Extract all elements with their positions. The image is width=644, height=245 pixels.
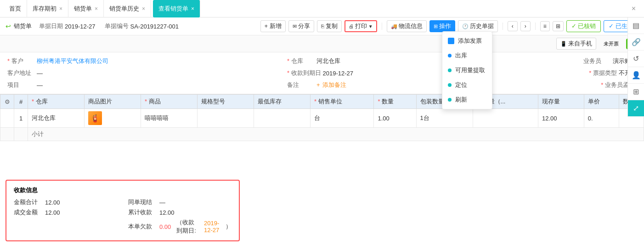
col-qty: 数量: [374, 95, 416, 109]
doc-meta: 单据日期 2019-12-27 单据编号 SA-20191227-001: [39, 22, 179, 30]
close-page-button[interactable]: ×: [627, 5, 640, 13]
right-sidebar: ▤ 🔗 ↺ 👤 ⊞ ⤢: [627, 17, 644, 117]
doc-date-item: 单据日期 2019-12-27: [39, 22, 96, 30]
close-sales-tab[interactable]: ×: [95, 6, 98, 12]
cumulative-value: 12.00: [159, 209, 175, 216]
prev-button[interactable]: ‹: [508, 21, 518, 31]
row-unit: 台: [311, 109, 374, 128]
subtotal-label: 小计: [28, 128, 644, 141]
yihexiao-button[interactable]: ✓ 已核销: [566, 20, 601, 32]
sidebar-icon-3[interactable]: ↺: [628, 51, 644, 67]
col-unit: 销售单位: [311, 95, 374, 109]
doc-date-value: 2019-12-27: [65, 23, 96, 30]
product-image: 🧯: [88, 111, 102, 125]
operation-dropdown: 添加发票 出库 可用量提取 定位 刷新: [442, 31, 492, 109]
logistics-button[interactable]: 🚚 物流信息: [387, 20, 427, 32]
history-button[interactable]: 🕐 历史单据: [458, 20, 498, 32]
close-inventory-tab[interactable]: ×: [59, 6, 62, 12]
staff-field: 业务员 演示账号: [497, 57, 637, 65]
plus-icon: +: [316, 81, 320, 88]
outbound-item[interactable]: 出库: [442, 48, 492, 63]
add-note-button[interactable]: + 添加备注: [316, 81, 346, 89]
doc-no-label: 单据编号: [105, 22, 129, 30]
close-sales-history-tab[interactable]: ×: [142, 6, 145, 12]
row-available: [473, 109, 538, 128]
col-no: #: [14, 95, 28, 109]
col-min-stock: 最低库存: [254, 95, 311, 109]
subtotal-row: 小计: [0, 128, 644, 141]
row-qty: 1.00: [374, 109, 416, 128]
row-warehouse: 河北仓库: [28, 109, 85, 128]
tab-home[interactable]: 首页: [4, 0, 27, 17]
col-warehouse: 仓库: [28, 95, 85, 109]
deal-value: 12.00: [45, 209, 60, 216]
address-field: 客户地址 —: [7, 69, 287, 77]
sidebar-icon-5[interactable]: ⊞: [628, 84, 644, 100]
col-unit-price: 单价: [584, 95, 619, 109]
operation-button[interactable]: ⊞ 操作: [429, 20, 455, 32]
doc-no-item: 单据编号 SA-20191227-001: [105, 22, 179, 30]
col-image: 商品图片: [85, 95, 141, 109]
refresh-icon: [448, 98, 452, 102]
available-qty-item[interactable]: 可用量提取: [442, 63, 492, 78]
customer-value[interactable]: 柳州粤港平安气体有限公司: [37, 57, 108, 65]
row-gear: [0, 109, 14, 128]
arrears-value: 0.00: [159, 223, 171, 230]
separator: [382, 23, 382, 30]
cumulative-label: 累计收款: [128, 208, 156, 217]
note-label: 备注: [287, 81, 315, 89]
refresh-item[interactable]: 刷新: [442, 92, 492, 107]
tab-view-sales[interactable]: 查看销货单 ×: [153, 0, 200, 17]
arrears-date: 2019-12-27: [204, 220, 222, 234]
deal-row: 成交金额 12.00: [14, 208, 117, 217]
project-field: 项目 —: [7, 81, 287, 89]
doc-icon: ↩: [6, 23, 11, 30]
arrears-end: ）: [226, 222, 232, 231]
next-button[interactable]: ›: [520, 21, 531, 31]
payment-date-label: 收款到期日: [287, 69, 321, 77]
print-button[interactable]: 🖨 打印 ▼: [345, 20, 377, 32]
gear-icon[interactable]: ⚙: [5, 98, 10, 105]
sidebar-icon-2[interactable]: 🔗: [628, 34, 644, 51]
tab-sales[interactable]: 销货单 ×: [68, 0, 104, 17]
ticket-label: 票据类型: [589, 69, 617, 77]
doc-header: ↩ 销货单 单据日期 2019-12-27 单据编号 SA-20191227-0…: [0, 17, 644, 35]
same-order-label: 同单现结: [128, 198, 156, 206]
tab-bar: 首页 库存期初 × 销货单 × 销货单历史 × 查看销货单 × ×: [0, 0, 644, 17]
outbound-icon: [448, 54, 452, 57]
subtotal-gear: [0, 128, 14, 141]
new-button[interactable]: + 新增: [260, 20, 286, 32]
share-button[interactable]: ✉ 分享: [288, 20, 314, 32]
salesperson-label: 业务员孟: [601, 81, 629, 89]
row-current-stock: 12.00: [538, 109, 584, 128]
total-label: 金额合计: [14, 198, 41, 206]
sidebar-icon-1[interactable]: ▤: [628, 17, 644, 34]
tab-inventory[interactable]: 库存期初 ×: [27, 0, 68, 17]
view2-button[interactable]: ⊞: [553, 21, 564, 31]
tab-sales-history[interactable]: 销货单历史 ×: [104, 0, 151, 17]
toolbar2: 📱 来自手机 未开票 E: [0, 35, 644, 52]
form-row-2: 客户地址 — 收款到期日 2019-12-27 票据类型 不开票: [7, 69, 637, 77]
col-product: 商品: [141, 95, 198, 109]
address-value: —: [37, 70, 43, 77]
payment-grid: 金额合计 12.00 同单现结 — 成交金额 12.00 累计收款 12.00: [14, 198, 232, 235]
available-icon: [448, 68, 452, 72]
view1-button[interactable]: ≡: [540, 21, 550, 31]
add-invoice-item[interactable]: 添加发票: [442, 34, 492, 48]
staff-label: 业务员: [583, 57, 611, 65]
row-image: 🧯: [85, 109, 141, 128]
locate-icon: [448, 83, 452, 87]
locate-item[interactable]: 定位: [442, 78, 492, 92]
sidebar-icon-4[interactable]: 👤: [628, 67, 644, 84]
project-value: —: [37, 82, 43, 89]
copy-button[interactable]: ⎘ 复制: [317, 20, 342, 32]
main-content: ↩ 销货单 单据日期 2019-12-27 单据编号 SA-20191227-0…: [0, 17, 644, 245]
row-pack-qty: 1台: [416, 109, 473, 128]
col-current-stock: 现存量: [538, 95, 584, 109]
laizishouji-button[interactable]: 📱 来自手机: [556, 38, 596, 50]
separator3: [535, 23, 536, 30]
arrears-row: 本单欠款 0.00 （收款到期日: 2019-12-27 ）: [128, 218, 232, 235]
sidebar-icon-6[interactable]: ⤢: [628, 100, 644, 117]
close-view-sales-tab[interactable]: ×: [191, 6, 194, 12]
payment-box: 收款信息 金额合计 12.00 同单现结 — 成交金额 12.00 累计收款 1…: [6, 180, 240, 241]
